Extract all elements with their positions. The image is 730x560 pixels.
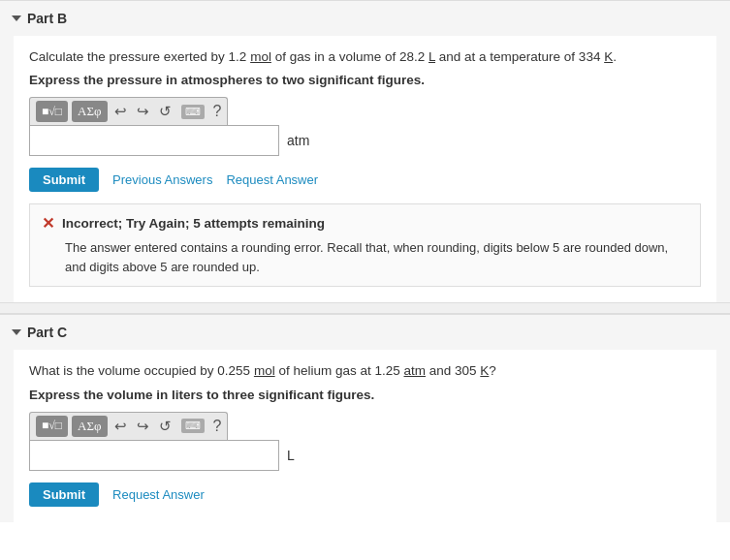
redo-icon-c: ↪ xyxy=(137,418,149,435)
part-c-keyboard-btn[interactable]: ⌨ xyxy=(178,418,207,434)
undo-icon-c: ↩ xyxy=(114,418,127,435)
part-b-redo-btn[interactable]: ↪ xyxy=(134,102,152,121)
part-c-answer-input[interactable] xyxy=(29,440,279,471)
part-c-refresh-btn[interactable]: ↺ xyxy=(156,417,175,436)
part-b-feedback-box: ✕ Incorrect; Try Again; 5 attempts remai… xyxy=(29,203,701,287)
part-c-title: Part C xyxy=(27,325,67,340)
section-divider xyxy=(0,302,730,314)
refresh-icon-c: ↺ xyxy=(159,418,172,435)
keyboard-icon: ⌨ xyxy=(181,105,205,119)
part-b-collapse-icon[interactable] xyxy=(12,16,21,21)
part-b-feedback-title: Incorrect; Try Again; 5 attempts remaini… xyxy=(62,216,325,231)
part-b-section: Part B Calculate the pressure exerted by… xyxy=(0,0,730,302)
part-c-help-icon[interactable]: ? xyxy=(213,418,222,435)
part-c-symbol-btn[interactable]: ΑΣφ xyxy=(72,416,107,437)
part-b-input-area: ■√□ ΑΣφ ↩ ↪ ↺ ⌨ ? xyxy=(29,97,701,156)
part-b-instruction: Express the pressure in atmospheres to t… xyxy=(29,73,701,87)
part-b-header: Part B xyxy=(14,11,716,36)
part-c-answer-row: L xyxy=(29,440,295,471)
part-c-unit: L xyxy=(287,448,295,463)
part-b-help-icon[interactable]: ? xyxy=(213,103,222,120)
part-b-unit: atm xyxy=(287,133,309,148)
part-b-previous-answers-link[interactable]: Previous Answers xyxy=(112,172,212,187)
part-b-symbol-btn[interactable]: ΑΣφ xyxy=(72,101,107,122)
part-c-header: Part C xyxy=(14,325,716,350)
incorrect-icon: ✕ xyxy=(42,214,54,233)
part-b-feedback-body: The answer entered contains a rounding e… xyxy=(65,238,688,276)
part-b-toolbar: ■√□ ΑΣφ ↩ ↪ ↺ ⌨ ? xyxy=(29,97,228,125)
part-c-undo-btn[interactable]: ↩ xyxy=(111,417,130,436)
part-c-section: Part C What is the volume occupied by 0.… xyxy=(0,314,730,521)
part-c-toolbar: ■√□ ΑΣφ ↩ ↪ ↺ ⌨ ? xyxy=(29,412,228,440)
sqrt-icon-c: ■√□ xyxy=(42,419,62,433)
part-c-request-answer-link[interactable]: Request Answer xyxy=(112,487,205,502)
part-b-keyboard-btn[interactable]: ⌨ xyxy=(178,104,207,120)
part-c-collapse-icon[interactable] xyxy=(12,329,21,335)
part-b-refresh-btn[interactable]: ↺ xyxy=(156,102,175,121)
part-c-submit-row: Submit Request Answer xyxy=(29,482,701,507)
part-b-answer-input[interactable] xyxy=(29,125,279,156)
keyboard-icon-c: ⌨ xyxy=(181,419,205,433)
refresh-icon: ↺ xyxy=(159,103,172,120)
part-b-undo-btn[interactable]: ↩ xyxy=(111,102,130,121)
part-c-input-area: ■√□ ΑΣφ ↩ ↪ ↺ ⌨ ? xyxy=(29,412,701,471)
part-b-submit-row: Submit Previous Answers Request Answer xyxy=(29,168,701,192)
undo-icon: ↩ xyxy=(114,103,127,120)
part-c-content: What is the volume occupied by 0.255 mol… xyxy=(14,350,716,521)
part-b-content: Calculate the pressure exerted by 1.2 mo… xyxy=(14,36,716,302)
part-b-sqrt-btn[interactable]: ■√□ xyxy=(36,101,68,122)
part-c-redo-btn[interactable]: ↪ xyxy=(134,417,152,436)
part-b-request-answer-link[interactable]: Request Answer xyxy=(226,172,318,187)
sqrt-icon: ■√□ xyxy=(42,105,62,119)
part-b-title: Part B xyxy=(27,11,67,26)
part-b-feedback-header: ✕ Incorrect; Try Again; 5 attempts remai… xyxy=(42,214,688,233)
part-c-instruction: Express the volume in liters to three si… xyxy=(29,388,701,402)
redo-icon: ↪ xyxy=(137,103,149,120)
part-c-submit-btn[interactable]: Submit xyxy=(29,482,99,507)
part-c-sqrt-btn[interactable]: ■√□ xyxy=(36,416,68,437)
part-b-submit-btn[interactable]: Submit xyxy=(29,168,99,192)
part-c-question: What is the volume occupied by 0.255 mol… xyxy=(29,361,701,381)
part-b-answer-row: atm xyxy=(29,125,309,156)
part-b-question: Calculate the pressure exerted by 1.2 mo… xyxy=(29,47,701,67)
